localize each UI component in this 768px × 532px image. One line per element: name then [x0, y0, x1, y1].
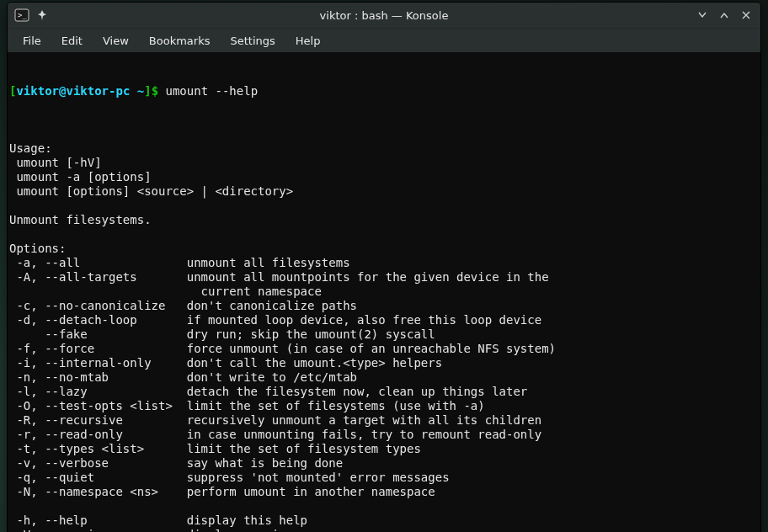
- maximize-icon: [719, 10, 729, 20]
- output-line: Usage:: [8, 141, 760, 156]
- output-line: current namespace: [8, 285, 760, 299]
- output-line: -l, --lazy detach the filesystem now, cl…: [8, 385, 760, 399]
- output-line: [8, 199, 760, 213]
- output-line: -c, --no-canonicalize don't canonicalize…: [8, 299, 760, 313]
- output-line: Options:: [8, 242, 760, 256]
- minimize-icon: [697, 10, 707, 20]
- menu-edit[interactable]: Edit: [53, 31, 91, 51]
- output-line: -R, --recursive recursively unmount a ta…: [8, 413, 760, 428]
- terminal-body[interactable]: [viktor@viktor-pc ~]$ umount --help Usag…: [8, 52, 760, 532]
- prompt-path: ~: [137, 84, 144, 98]
- output-line: -r, --read-only in case unmounting fails…: [8, 428, 760, 442]
- command-output: Usage: umount [-hV] umount -a [options] …: [8, 127, 760, 532]
- output-line: -O, --test-opts <list> limit the set of …: [8, 399, 760, 413]
- output-line: -N, --namespace <ns> perform umount in a…: [8, 485, 760, 499]
- menubar: File Edit View Bookmarks Settings Help: [8, 28, 760, 52]
- prompt-space: [130, 84, 136, 98]
- output-line: -V, --version display version: [8, 528, 760, 532]
- menu-settings[interactable]: Settings: [221, 31, 283, 51]
- output-line: -t, --types <list> limit the set of file…: [8, 442, 760, 456]
- svg-text:>_: >_: [18, 11, 27, 19]
- output-line: -f, --force force unmount (in case of an…: [8, 342, 760, 356]
- close-icon: [741, 10, 751, 20]
- output-line: umount -a [options]: [8, 170, 760, 184]
- menu-view[interactable]: View: [94, 31, 137, 51]
- command-text: umount --help: [166, 84, 259, 98]
- output-line: -d, --detach-loop if mounted loop device…: [8, 313, 760, 327]
- output-line: [8, 499, 760, 513]
- prompt-close: ]: [144, 84, 151, 98]
- konsole-window: >_ viktor : bash — Konsole: [7, 2, 761, 532]
- pin-icon[interactable]: [36, 9, 48, 21]
- maximize-button[interactable]: [715, 6, 733, 24]
- output-line: -i, --internal-only don't call the umoun…: [8, 356, 760, 370]
- menu-file[interactable]: File: [14, 31, 50, 51]
- output-line: -n, --no-mtab don't write to /etc/mtab: [8, 370, 760, 385]
- titlebar[interactable]: >_ viktor : bash — Konsole: [8, 3, 760, 28]
- close-button[interactable]: [737, 6, 755, 24]
- minimize-button[interactable]: [693, 6, 712, 24]
- desktop: >_ viktor : bash — Konsole: [0, 0, 768, 532]
- output-line: [8, 227, 760, 242]
- output-line: -a, --all unmount all filesystems: [8, 256, 760, 270]
- output-line: -h, --help display this help: [8, 513, 760, 528]
- output-line: -v, --verbose say what is being done: [8, 456, 760, 471]
- output-line: -A, --all-targets unmount all mountpoint…: [8, 270, 760, 285]
- window-title: viktor : bash — Konsole: [8, 9, 760, 22]
- output-line: Unmount filesystems.: [8, 213, 760, 227]
- terminal-icon: >_: [14, 8, 29, 23]
- prompt-line-1: [viktor@viktor-pc ~]$ umount --help: [8, 84, 760, 98]
- output-line: umount [options] <source> | <directory>: [8, 184, 760, 199]
- output-line: --fake dry run; skip the umount(2) sysca…: [8, 327, 760, 342]
- output-line: [8, 127, 760, 141]
- menu-bookmarks[interactable]: Bookmarks: [141, 31, 219, 51]
- prompt-user: viktor: [16, 84, 59, 98]
- prompt-symbol: $: [152, 84, 158, 98]
- menu-help[interactable]: Help: [287, 31, 329, 51]
- output-line: -q, --quiet suppress 'not mounted' error…: [8, 471, 760, 485]
- prompt-host: viktor-pc: [66, 84, 130, 98]
- output-line: umount [-hV]: [8, 156, 760, 170]
